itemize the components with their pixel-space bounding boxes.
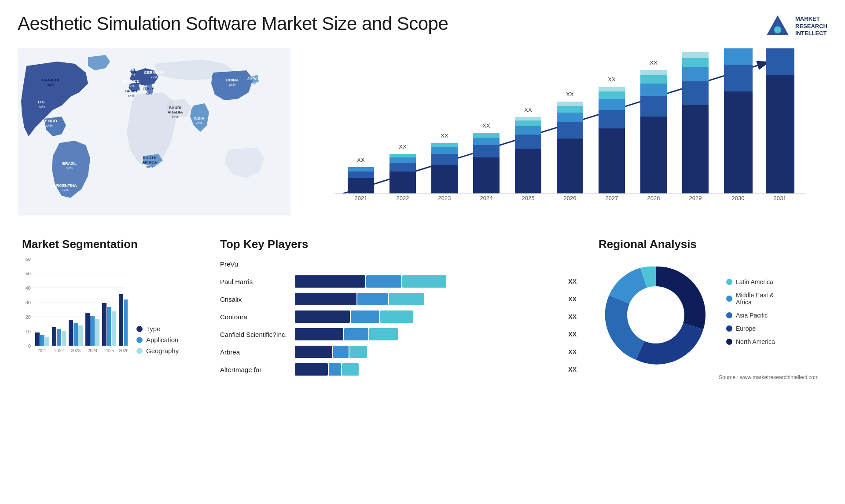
player-alterimage: AlterImage for XX — [220, 363, 577, 376]
svg-text:XX: XX — [566, 91, 574, 98]
legend-middle-east-africa: Middle East &Africa — [726, 292, 775, 306]
player-crisalix: Crisalix XX — [220, 293, 577, 305]
svg-rect-131 — [85, 313, 90, 346]
europe-dot — [726, 325, 732, 332]
svg-text:10: 10 — [26, 329, 31, 334]
asia-pacific-dot — [726, 312, 732, 318]
svg-rect-44 — [389, 163, 416, 172]
svg-rect-40 — [348, 167, 374, 172]
svg-text:GERMANY: GERMANY — [144, 70, 164, 75]
svg-rect-50 — [431, 154, 458, 165]
logo: MARKET RESEARCH INTELLECT — [764, 13, 827, 40]
svg-text:2023: 2023 — [71, 348, 81, 353]
svg-rect-75 — [599, 128, 625, 194]
prevu-bar — [295, 258, 577, 270]
regional-section: Regional Analysis — [594, 233, 841, 387]
logo-text: MARKET RESEARCH INTELLECT — [795, 15, 827, 38]
svg-text:2029: 2029 — [689, 195, 702, 201]
regional-title: Regional Analysis — [599, 237, 836, 251]
svg-text:xx%: xx% — [129, 73, 135, 77]
arbrea-bar — [295, 346, 562, 358]
bar-seg-3 — [342, 363, 359, 376]
bar-seg-3 — [380, 310, 413, 323]
svg-rect-128 — [73, 323, 78, 346]
svg-rect-68 — [557, 139, 583, 194]
svg-text:2026: 2026 — [119, 348, 128, 353]
svg-rect-70 — [557, 113, 583, 122]
bar-seg-3 — [349, 346, 367, 358]
bar-seg-2 — [351, 310, 379, 323]
svg-text:20: 20 — [26, 314, 31, 320]
svg-rect-124 — [57, 329, 61, 346]
svg-text:ITALY: ITALY — [143, 87, 154, 91]
svg-rect-137 — [112, 311, 116, 346]
svg-text:60: 60 — [26, 258, 31, 262]
svg-text:2021: 2021 — [37, 348, 48, 353]
svg-text:2027: 2027 — [606, 195, 618, 201]
main-content: CANADA xx% U.S. xx% MEXICO xx% BRAZIL xx… — [0, 44, 845, 391]
bar-seg-1 — [295, 293, 356, 305]
middle-east-dot — [726, 296, 732, 302]
source-text: Source : www.marketresearchintellect.com — [599, 372, 836, 383]
svg-rect-82 — [640, 117, 667, 194]
svg-rect-58 — [473, 133, 500, 138]
svg-text:CHINA: CHINA — [226, 78, 239, 82]
svg-text:FRANCE: FRANCE — [123, 79, 140, 84]
svg-text:xx%: xx% — [128, 84, 134, 88]
svg-rect-90 — [682, 81, 709, 105]
svg-rect-123 — [52, 327, 56, 346]
segmentation-chart: 0 10 20 30 40 50 60 — [22, 258, 128, 354]
svg-text:xx%: xx% — [46, 124, 52, 128]
bar-seg-2 — [357, 293, 388, 305]
svg-rect-125 — [62, 331, 66, 346]
svg-rect-129 — [78, 325, 83, 346]
svg-text:xx%: xx% — [172, 115, 178, 119]
bar-seg-2 — [366, 275, 401, 288]
legend-geography-dot — [136, 348, 143, 354]
svg-rect-65 — [515, 117, 541, 121]
north-america-dot — [726, 339, 732, 345]
bar-chart-svg: XX 2021 XX 2022 XX 2023 — [308, 48, 836, 215]
svg-text:XX: XX — [608, 76, 616, 83]
svg-text:xx%: xx% — [62, 188, 68, 192]
svg-text:SOUTH: SOUTH — [143, 156, 157, 160]
svg-rect-57 — [473, 138, 500, 145]
svg-text:ARGENTINA: ARGENTINA — [53, 183, 77, 188]
svg-text:2023: 2023 — [438, 195, 451, 201]
svg-text:0: 0 — [28, 343, 31, 349]
svg-text:INDIA: INDIA — [194, 116, 205, 121]
svg-rect-51 — [431, 147, 458, 154]
header: Aesthetic Simulation Software Market Siz… — [0, 0, 845, 44]
svg-rect-77 — [599, 99, 625, 110]
svg-point-2 — [774, 26, 781, 33]
svg-text:AFRICA: AFRICA — [142, 160, 157, 164]
world-map-svg: CANADA xx% U.S. xx% MEXICO xx% BRAZIL xx… — [18, 48, 290, 215]
svg-rect-119 — [35, 332, 40, 346]
crisalix-bar — [295, 293, 562, 305]
svg-rect-84 — [640, 84, 667, 96]
svg-rect-76 — [599, 110, 625, 128]
svg-rect-86 — [640, 70, 667, 75]
svg-rect-133 — [95, 319, 99, 346]
svg-rect-39 — [348, 172, 374, 178]
svg-text:XX: XX — [482, 122, 490, 129]
svg-text:xx%: xx% — [151, 75, 157, 79]
svg-rect-98 — [724, 48, 753, 65]
bar-chart-container: XX 2021 XX 2022 XX 2023 — [308, 48, 836, 215]
svg-text:xx%: xx% — [47, 83, 54, 87]
page-title: Aesthetic Simulation Software Market Siz… — [18, 13, 448, 34]
legend-geography: Geography — [136, 347, 179, 354]
alterimage-bar — [295, 363, 562, 376]
svg-rect-52 — [431, 143, 458, 147]
svg-text:XX: XX — [399, 143, 407, 150]
player-canfield: Canfield Scientific?Inc. XX — [220, 328, 577, 340]
legend-application-dot — [136, 337, 143, 343]
svg-rect-83 — [640, 96, 667, 117]
svg-rect-72 — [557, 102, 583, 106]
svg-text:U.K.: U.K. — [128, 68, 136, 72]
svg-rect-121 — [45, 337, 49, 346]
svg-text:2024: 2024 — [480, 195, 493, 201]
svg-rect-49 — [431, 165, 458, 194]
svg-text:2031: 2031 — [774, 195, 786, 201]
svg-rect-55 — [473, 157, 500, 194]
